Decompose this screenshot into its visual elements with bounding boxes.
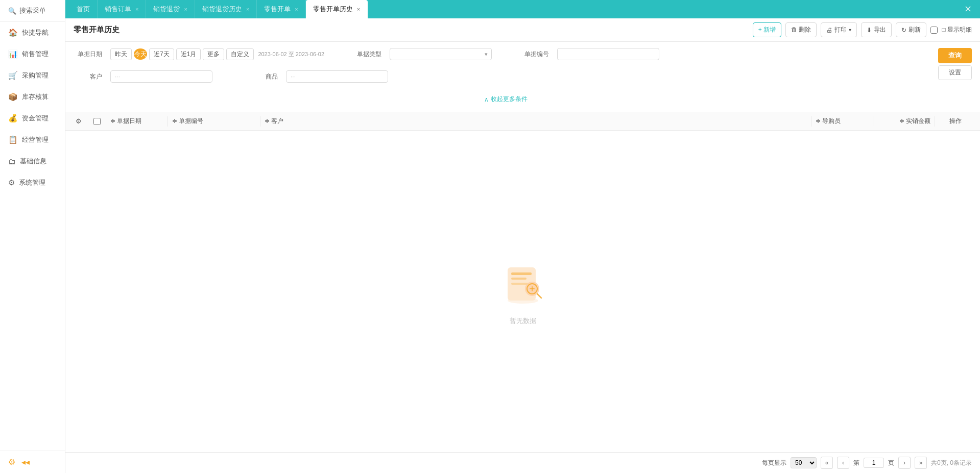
tab-sales-return-close[interactable]: × <box>184 6 187 12</box>
cart-icon: 🛒 <box>8 71 18 80</box>
chart-icon: 📊 <box>8 49 18 59</box>
top-nav: 首页 销售订单 × 销货退货 × 销货退货历史 × 零售开单 × 零售开单历史 … <box>65 0 980 18</box>
sidebar-item-purchase-mgmt[interactable]: 🛒 采购管理 <box>0 65 65 86</box>
print-button[interactable]: 🖨 查询 打印 ▾ <box>821 22 857 37</box>
tab-sales-return-hist-close[interactable]: × <box>246 6 249 12</box>
collapse-filter-label: 收起更多条件 <box>491 95 528 104</box>
per-page-select[interactable]: 50 100 200 <box>791 457 817 468</box>
sidebar-item-label: 资金管理 <box>22 114 49 123</box>
add-button[interactable]: + 新增 <box>753 22 781 37</box>
date-range-text: 2023-06-02 至 2023-06-02 <box>258 51 324 58</box>
tab-retail-open-hist-close[interactable]: × <box>357 6 360 12</box>
sidebar-item-label: 销售管理 <box>22 49 49 59</box>
th-guide[interactable]: ≑ 导购员 <box>811 117 873 126</box>
table-settings-icon[interactable]: ⚙ <box>69 117 88 125</box>
delete-button[interactable]: 🗑 删除 <box>785 22 817 37</box>
sidebar-item-label: 采购管理 <box>22 71 49 80</box>
sidebar-item-sys-mgmt[interactable]: ⚙ 系统管理 <box>0 172 65 193</box>
export-button[interactable]: ⬇ 导出 <box>861 22 892 37</box>
last-page-btn[interactable]: » <box>915 457 927 469</box>
table-area: ⚙ ≑ 单据日期 ≑ 单据编号 ≑ 客户 ≑ 导购员 ≑ 实销金额 <box>65 112 980 452</box>
sidebar-item-base-info[interactable]: 🗂 基础信息 <box>0 151 65 172</box>
sidebar-item-inventory[interactable]: 📦 库存核算 <box>0 86 65 108</box>
sidebar-item-label: 经营管理 <box>22 135 49 144</box>
toolbar: 零售开单历史 + 新增 🗑 删除 🖨 查询 打印 ▾ ⬇ 导出 ↻ 刷新 □ 显… <box>65 18 980 42</box>
filter-area: 单据日期 昨天 今天 近7天 近1月 更多 自定义 2023-06-02 至 2… <box>65 42 980 112</box>
collapse-filter-btn[interactable]: ∧ 收起更多条件 <box>74 93 938 106</box>
tab-retail-open[interactable]: 零售开单 × <box>257 0 305 18</box>
page-input[interactable] <box>864 458 884 468</box>
date-yesterday-btn[interactable]: 昨天 <box>110 48 132 60</box>
collapse-up-icon: ∧ <box>484 96 489 103</box>
tab-sales-order-close[interactable]: × <box>135 6 138 12</box>
empty-state: 暂无数据 <box>65 131 980 452</box>
date-filter-label: 单据日期 <box>74 50 102 59</box>
th-action-label: 操作 <box>949 117 962 126</box>
finance-icon: 💰 <box>8 114 18 123</box>
tab-retail-open-hist[interactable]: 零售开单历史 × <box>306 0 368 18</box>
goods-filter-label: 商品 <box>249 72 278 81</box>
tab-sales-return-hist-label: 销货退货历史 <box>202 5 242 14</box>
date-7days-btn[interactable]: 近7天 <box>149 48 174 60</box>
sidebar-item-ops[interactable]: 📋 经营管理 <box>0 129 65 151</box>
sidebar: 🔍 搜索采单 🏠 快捷导航 📊 销售管理 🛒 采购管理 📦 库存核算 💰 资金管… <box>0 0 65 473</box>
customer-input[interactable]: ··· <box>110 70 212 83</box>
print-icon: 🖨 <box>826 27 832 34</box>
sidebar-search[interactable]: 🔍 搜索采单 <box>0 0 65 22</box>
next-page-btn[interactable]: › <box>898 457 911 469</box>
sidebar-item-quick-nav[interactable]: 🏠 快捷导航 <box>0 22 65 43</box>
th-date[interactable]: ≑ 单据日期 <box>106 117 168 126</box>
sidebar-bottom: ⚙ ◂◂ <box>0 451 65 473</box>
sidebar-item-label: 库存核算 <box>22 92 49 102</box>
svg-rect-2 <box>511 272 532 275</box>
sidebar-item-sales-mgmt[interactable]: 📊 销售管理 <box>0 43 65 65</box>
ops-icon: 📋 <box>8 135 18 144</box>
sidebar-item-label: 基础信息 <box>20 157 46 166</box>
collapse-sidebar-icon[interactable]: ◂◂ <box>21 457 30 467</box>
date-1month-btn[interactable]: 近1月 <box>176 48 201 60</box>
tab-home-label: 首页 <box>77 5 90 14</box>
window-close-icon[interactable]: ✕ <box>964 4 972 15</box>
type-select[interactable] <box>390 48 492 60</box>
refresh-icon: ↻ <box>901 27 906 34</box>
first-page-btn[interactable]: « <box>821 457 833 469</box>
page-total: 共0页, 0条记录 <box>931 459 972 467</box>
svg-line-7 <box>537 294 541 298</box>
type-select-wrapper <box>390 48 492 60</box>
sidebar-search-label: 搜索采单 <box>19 6 46 15</box>
query-button[interactable]: 查询 <box>938 48 972 63</box>
tab-home[interactable]: 首页 <box>69 0 98 18</box>
show-detail-checkbox[interactable] <box>930 27 938 34</box>
tab-sales-order[interactable]: 销售订单 × <box>98 0 146 18</box>
tab-retail-open-close[interactable]: × <box>295 6 298 12</box>
tab-sales-return-hist[interactable]: 销货退货历史 × <box>195 0 257 18</box>
gear-icon: ⚙ <box>8 178 15 187</box>
number-input[interactable] <box>557 48 659 60</box>
prev-page-btn[interactable]: ‹ <box>837 457 849 469</box>
table-header-checkbox[interactable] <box>88 118 106 125</box>
table-header: ⚙ ≑ 单据日期 ≑ 单据编号 ≑ 客户 ≑ 导购员 ≑ 实销金额 <box>65 112 980 131</box>
date-more-btn[interactable]: 更多 <box>203 48 224 60</box>
settings-icon[interactable]: ⚙ <box>8 457 15 467</box>
filter-actions: 查询 设置 <box>938 48 972 80</box>
filter-setting-button[interactable]: 设置 <box>938 65 972 80</box>
tab-sales-return[interactable]: 销货退货 × <box>146 0 195 18</box>
goods-input[interactable]: ··· <box>286 70 388 83</box>
show-detail-toggle[interactable]: □ 显示明细 <box>930 26 972 34</box>
date-custom-btn[interactable]: 自定义 <box>226 48 254 60</box>
filter-row-2: 客户 ··· 商品 ··· <box>74 70 938 83</box>
print-dropdown-icon: ▾ <box>849 27 851 33</box>
filter-row-1: 单据日期 昨天 今天 近7天 近1月 更多 自定义 2023-06-02 至 2… <box>74 48 938 60</box>
select-all-checkbox[interactable] <box>93 118 101 125</box>
refresh-button[interactable]: ↻ 刷新 <box>896 22 926 37</box>
page-label: 第 <box>853 459 859 467</box>
th-number[interactable]: ≑ 单据编号 <box>168 117 260 126</box>
sidebar-item-finance[interactable]: 💰 资金管理 <box>0 108 65 129</box>
th-customer[interactable]: ≑ 客户 <box>260 117 811 126</box>
empty-illustration <box>497 257 548 308</box>
empty-text: 暂无数据 <box>510 316 536 326</box>
filter-main-row: 单据日期 昨天 今天 近7天 近1月 更多 自定义 2023-06-02 至 2… <box>74 48 972 106</box>
tab-retail-open-label: 零售开单 <box>264 5 291 14</box>
th-amount[interactable]: ≑ 实销金额 <box>873 117 935 126</box>
date-today-btn[interactable]: 今天 <box>134 48 147 60</box>
